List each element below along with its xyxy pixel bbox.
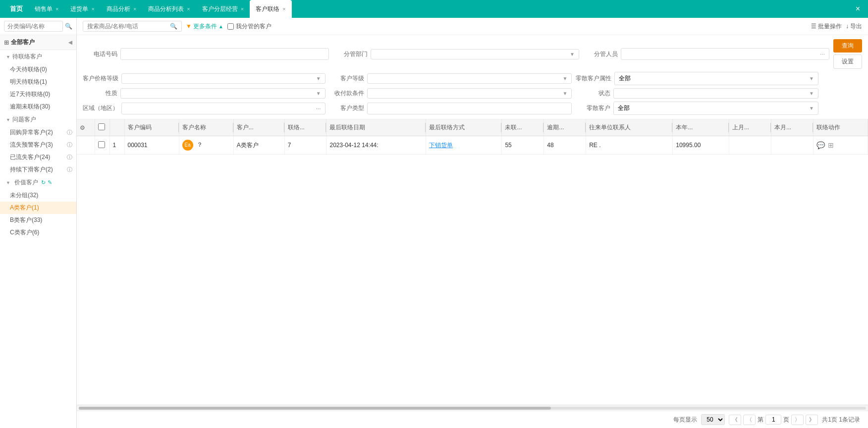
my-customers-check[interactable] [227,23,234,30]
nav-home[interactable]: 首页 [4,0,29,18]
filter-region: 区域（地区） ··· [83,103,326,114]
last-page-btn[interactable]: 》 [806,415,818,425]
table-row: 1 000031 Ea ？ A类客户 7 2023-04-12 14:44: 下… [77,136,868,155]
sidebar-item-today[interactable]: 今天待联络(0) [0,63,76,76]
main-search-icon[interactable]: 🔍 [170,23,177,30]
col-year: 本年... [673,119,729,136]
main-search-input[interactable] [87,23,168,30]
retail-customer-select[interactable]: 全部 ▼ [613,102,818,115]
person-input[interactable]: ··· [621,48,829,60]
edit-group-icon[interactable]: ✎ [48,179,52,186]
horizontal-scrollbar[interactable] [77,405,868,411]
global-close-button[interactable]: × [852,4,864,13]
refresh-icon[interactable]: ↻ [41,179,46,186]
sidebar-group-problem[interactable]: ▼ 问题客户 [0,113,76,126]
more-filters-btn[interactable]: ▼ 更多条件 ▲ [186,22,223,31]
sidebar-item-churn-warn[interactable]: 流失预警客户(3) ⓘ [0,139,76,151]
row-code: 000031 [124,136,179,155]
retail-attr-select[interactable]: 全部 ▼ [614,72,818,85]
next-page-btn[interactable]: 〉 [791,415,804,425]
triangle-icon: ▼ [6,54,10,59]
col-name: 客户名称 [179,119,233,136]
my-customers-checkbox[interactable]: 我分管的客户 [227,22,271,31]
chevron-icon: ▲ [218,24,223,29]
per-page-select[interactable]: 50 [701,414,725,425]
sidebar-item-7days[interactable]: 近7天待联络(0) [0,88,76,101]
nav-tab-analysis-list[interactable]: 商品分析列表 × [142,0,196,18]
select-all-checkbox[interactable] [98,123,105,130]
status-select[interactable]: ▼ [613,88,818,99]
row-type: A类客户 [233,136,284,155]
row-this-month-amount [771,136,813,155]
row-last-month-amount [729,136,771,155]
payment-select[interactable]: ▼ [367,88,572,99]
query-btn-group: 查询 设置 [833,39,862,69]
sidebar-item-c-class[interactable]: C类客户(6) [0,226,76,239]
nav-tab-customer-contact[interactable]: 客户联络 × [250,0,291,18]
scroll-thumb[interactable] [79,407,551,410]
col-this-month: 本月... [771,119,813,136]
triangle-icon-2: ▼ [6,117,10,122]
sidebar-item-b-class[interactable]: B类客户(33) [0,214,76,226]
row-last-method: 下销货单 [426,136,502,155]
all-customers-header[interactable]: ⊞ 全部客户 ◀ [0,35,76,50]
advanced-filters: 电话号码 分管部门 ▼ 分管人员 ··· [77,35,868,119]
customer-grade-select[interactable]: ▼ [367,73,572,84]
triangle-icon-3: ▼ [6,180,10,185]
phone-input[interactable] [120,48,329,60]
sidebar-search-input[interactable] [4,21,63,32]
query-button[interactable]: 查询 [833,39,862,53]
row-action: 💬 ⊞ [813,136,868,155]
region-input[interactable]: ··· [121,103,326,114]
col-type: 客户... [233,119,284,136]
export-btn[interactable]: ↓ 导出 [846,22,862,31]
page-number-input[interactable] [765,415,781,425]
sidebar-item-unclassified[interactable]: 未分组(32) [0,189,76,202]
prev-page-btn[interactable]: 〈 [743,415,756,425]
row-checkbox [95,136,109,155]
sidebar-item-tomorrow[interactable]: 明天待联络(1) [0,76,76,88]
price-grade-select[interactable]: ▼ [121,73,326,84]
sidebar-search-icon[interactable]: 🔍 [65,23,72,30]
nav-tab-sales[interactable]: 销售单 × [29,0,64,18]
sidebar-item-repurchase[interactable]: 回购异常客户(2) ⓘ [0,126,76,139]
filter-row-3: 性质 ▼ 收付款条件 ▼ 状态 [83,88,862,99]
col-checkbox [95,119,109,136]
more-action-icon[interactable]: ⊞ [828,141,834,149]
sidebar-item-churned[interactable]: 已流失客户(24) ⓘ [0,151,76,163]
sidebar-item-a-class[interactable]: A类客户(1) [0,202,76,214]
sidebar-item-declining[interactable]: 持续下滑客户(2) ⓘ [0,163,76,176]
sidebar-group-value[interactable]: ▼ 价值客户 ↻ ✎ [0,176,76,189]
status-arrow: ▼ [809,91,814,96]
close-sales-tab[interactable]: × [55,6,58,12]
settings-button[interactable]: 设置 [833,54,862,69]
dept-select[interactable]: ▼ [371,49,579,59]
sidebar-group-pending[interactable]: ▼ 待联络客户 [0,50,76,63]
row-index: 1 [109,136,124,155]
dept-dropdown-arrow: ▼ [570,52,575,57]
contact-method-link[interactable]: 下销货单 [429,142,453,149]
retail-customer-arrow: ▼ [809,106,814,111]
first-page-btn[interactable]: 《 [729,415,741,425]
nature-select[interactable]: ▼ [120,88,326,99]
nav-tab-analysis[interactable]: 商品分析 × [101,0,142,18]
close-analysis-list-tab[interactable]: × [187,6,190,12]
customer-type-input[interactable] [367,103,572,114]
filter-retail-attr: 零散客户属性 全部 ▼ [576,72,818,85]
export-icon: ↓ [846,23,849,30]
gear-icon[interactable]: ⚙ [80,124,85,131]
col-index [109,119,124,136]
nav-tab-customer-layer[interactable]: 客户分层经营 × [196,0,250,18]
close-contact-tab[interactable]: × [282,6,285,12]
row-overdue: 48 [544,136,586,155]
sidebar-item-overdue[interactable]: 逾期未联络(30) [0,101,76,113]
close-layer-tab[interactable]: × [241,6,244,12]
close-purchase-tab[interactable]: × [91,6,94,12]
close-analysis-tab[interactable]: × [133,6,136,12]
filter-phone: 电话号码 [83,48,329,60]
row-select-checkbox[interactable] [98,141,105,148]
col-action: 联络动作 [813,119,868,136]
nav-tab-purchase[interactable]: 进货单 × [64,0,100,18]
message-action-icon[interactable]: 💬 [816,141,825,149]
batch-ops-btn[interactable]: ☰ 批量操作 [811,22,842,31]
